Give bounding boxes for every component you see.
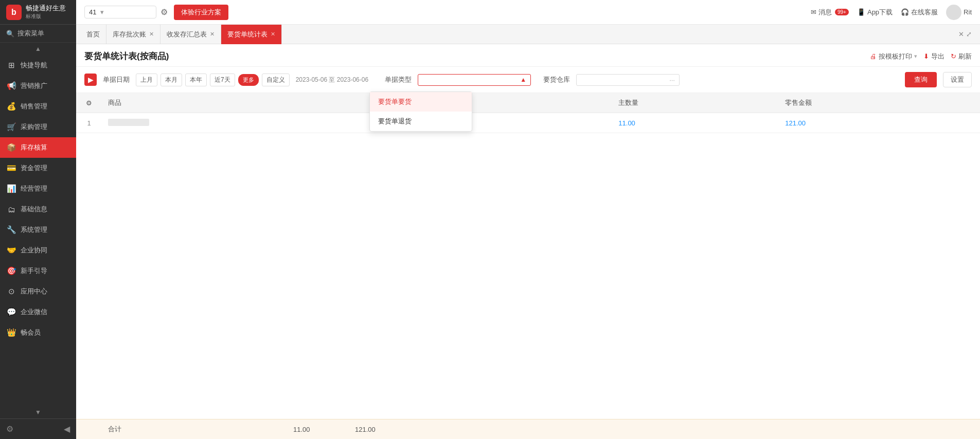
app-center-icon: ⊙ — [6, 286, 16, 297]
date-btn-custom[interactable]: 自定义 — [262, 74, 290, 86]
footer-amount: 121.00 — [349, 426, 411, 433]
sidebar-item-quick-nav[interactable]: ⊞ 快捷导航 — [0, 55, 76, 76]
tab-receive-summary[interactable]: 收发存汇总表 ✕ — [161, 25, 221, 44]
refresh-action[interactable]: ↻ 刷新 — [951, 52, 972, 61]
sidebar-item-label: 应用中心 — [21, 287, 47, 296]
col-settings[interactable]: ⚙ — [76, 93, 102, 113]
cell-index: 1 — [76, 113, 102, 133]
app-download-label: App下载 — [867, 8, 893, 17]
enterprise-icon: 🤝 — [6, 245, 16, 255]
marketing-icon: 📢 — [6, 81, 16, 91]
sidebar-item-wechat[interactable]: 💬 企业微信 — [0, 302, 76, 322]
member-icon: 👑 — [6, 327, 16, 338]
date-btn-last-month[interactable]: 上月 — [136, 74, 157, 86]
type-filter-arrow-icon[interactable]: ▲ — [520, 76, 526, 83]
cell-amount: 121.00 — [779, 113, 980, 133]
headset-icon: 🎧 — [901, 8, 909, 16]
header-left: 41 ▾ ⚙ 体验行业方案 — [84, 5, 811, 20]
dropdown-item-1-label: 要货单退货 — [378, 117, 412, 125]
sidebar-item-finance[interactable]: 💳 资金管理 — [0, 158, 76, 178]
sidebar-scroll-down[interactable]: ▼ — [0, 406, 76, 418]
sidebar-item-sales[interactable]: 💰 销售管理 — [0, 96, 76, 117]
export-icon: ⬇ — [923, 52, 929, 60]
date-btn-this-year[interactable]: 本年 — [185, 74, 207, 86]
sidebar-item-basic[interactable]: 🗂 基础信息 — [0, 199, 76, 220]
dropdown-item-0-label: 要货单要货 — [378, 98, 412, 105]
tab-order-summary[interactable]: 要货单统计表 ✕ — [221, 25, 282, 44]
print-action[interactable]: 🖨 按模板打印 ▾ — [870, 52, 917, 61]
message-action[interactable]: ✉ 消息 99+ — [811, 8, 849, 17]
finance-icon: 💳 — [6, 163, 16, 173]
col-qty: 主数量 — [612, 93, 779, 113]
sidebar-item-system[interactable]: 🔧 系统管理 — [0, 220, 76, 240]
type-filter-input[interactable]: ▲ — [418, 74, 531, 86]
sidebar-search[interactable]: 🔍 搜索菜单 — [0, 25, 76, 43]
tab-close-all[interactable]: ✕ ⤢ — [954, 30, 976, 38]
app-logo-icon: b — [6, 5, 22, 20]
sidebar-item-purchase[interactable]: 🛒 采购管理 — [0, 117, 76, 137]
warehouse-filter-field[interactable] — [581, 76, 667, 84]
dropdown-item-1[interactable]: 要货单退货 — [370, 112, 472, 131]
date-buttons: 上月 本月 本年 近7天 更多 自定义 — [136, 74, 290, 86]
dropdown-item-0[interactable]: 要货单要货 — [370, 92, 472, 112]
system-icon: 🔧 — [6, 225, 16, 235]
search-icon: 🔍 — [6, 30, 14, 38]
sidebar-item-label: 企业微信 — [21, 307, 47, 317]
date-filter-label: 单据日期 — [103, 75, 130, 84]
warehouse-filter-input[interactable]: ··· — [576, 74, 680, 86]
date-btn-7days[interactable]: 近7天 — [210, 74, 235, 86]
filter-expand-btn[interactable]: ▶ — [84, 74, 97, 86]
tab-order-summary-label: 要货单统计表 — [227, 30, 268, 39]
message-label: 消息 — [818, 8, 832, 17]
trial-button[interactable]: 体验行业方案 — [174, 5, 228, 20]
quick-nav-icon: ⊞ — [6, 60, 16, 70]
page-actions: 🖨 按模板打印 ▾ ⬇ 导出 ↻ 刷新 — [870, 52, 972, 61]
tab-order-summary-close-icon[interactable]: ✕ — [271, 31, 275, 38]
table-header-row: ⚙ 商品 主计量单位 主数量 零售金额 — [76, 93, 980, 113]
warehouse-more-icon[interactable]: ··· — [669, 76, 675, 84]
date-btn-more[interactable]: 更多 — [238, 74, 259, 86]
sidebar-item-member[interactable]: 👑 畅会员 — [0, 322, 76, 343]
sidebar-scroll-up[interactable]: ▲ — [0, 43, 76, 55]
sidebar-item-label: 营销推广 — [21, 81, 47, 90]
qty-link[interactable]: 11.00 — [618, 119, 635, 127]
tab-batch-account-close-icon[interactable]: ✕ — [149, 31, 154, 38]
query-button[interactable]: 查询 — [905, 72, 937, 87]
table-footer: 合计 11.00 121.00 — [76, 419, 980, 439]
export-action[interactable]: ⬇ 导出 — [923, 52, 945, 61]
online-service-action[interactable]: 🎧 在线客服 — [901, 8, 938, 17]
settings-icon[interactable]: ⚙ — [6, 424, 13, 434]
basic-icon: 🗂 — [6, 204, 16, 214]
table-row: 1 块 11.00 121.00 — [76, 113, 980, 133]
online-service-label: 在线客服 — [911, 8, 938, 17]
tab-batch-account[interactable]: 库存批次账 ✕ — [106, 25, 161, 44]
sidebar-logo: b 畅捷通好生意 标准版 — [0, 0, 76, 25]
date-range-display: 2023-05-06 至 2023-06-06 — [296, 76, 368, 84]
message-icon: ✉ — [811, 8, 816, 16]
sidebar-item-app-center[interactable]: ⊙ 应用中心 — [0, 281, 76, 302]
top-header: 41 ▾ ⚙ 体验行业方案 ✉ 消息 99+ 📱 App下载 🎧 在线客服 R — [76, 0, 980, 25]
settings-button[interactable]: 设置 — [943, 72, 972, 87]
tab-home[interactable]: 首页 — [80, 25, 106, 44]
sidebar-item-marketing[interactable]: 📢 营销推广 — [0, 76, 76, 96]
page-title: 要货单统计表(按商品) — [84, 50, 169, 62]
print-arrow-icon: ▾ — [914, 53, 917, 60]
inventory-icon: 📦 — [6, 142, 16, 153]
header-gear-icon[interactable]: ⚙ — [161, 7, 168, 17]
type-filter-field[interactable] — [422, 76, 520, 84]
company-name: 41 — [89, 8, 96, 16]
sidebar-item-guide[interactable]: 🎯 新手引导 — [0, 261, 76, 281]
date-btn-this-month[interactable]: 本月 — [161, 74, 182, 86]
main-area: 41 ▾ ⚙ 体验行业方案 ✉ 消息 99+ 📱 App下载 🎧 在线客服 R — [76, 0, 980, 439]
user-profile[interactable]: Rit — [946, 5, 972, 20]
amount-link[interactable]: 121.00 — [785, 119, 806, 127]
sidebar-nav: ⊞ 快捷导航 📢 营销推广 💰 销售管理 🛒 采购管理 📦 库存核算 💳 资金管… — [0, 55, 76, 406]
collapse-icon[interactable]: ◀ — [64, 424, 70, 434]
sidebar-item-inventory[interactable]: 📦 库存核算 — [0, 137, 76, 158]
sidebar-item-operation[interactable]: 📊 经营管理 — [0, 178, 76, 199]
close-all-icon: ✕ — [958, 30, 964, 38]
company-selector[interactable]: 41 ▾ — [84, 6, 156, 19]
tab-receive-summary-close-icon[interactable]: ✕ — [210, 31, 215, 38]
sidebar-item-enterprise[interactable]: 🤝 企业协同 — [0, 240, 76, 261]
app-download-action[interactable]: 📱 App下载 — [857, 8, 893, 17]
